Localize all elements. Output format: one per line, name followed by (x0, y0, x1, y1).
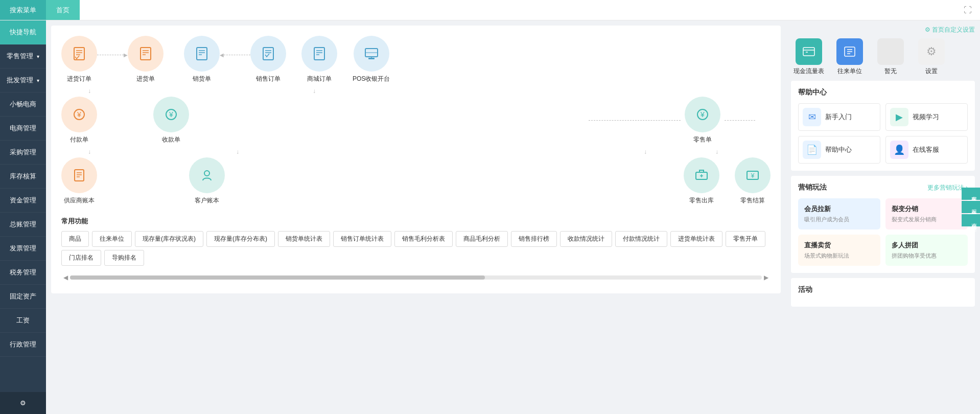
retail-out-label: 零售出库 (689, 196, 714, 205)
live-sub: 场景式购物新玩法 (804, 252, 874, 260)
receipt-icon[interactable]: ¥ (153, 97, 189, 132)
marketing-item-fission[interactable]: 裂变分销 裂变式发展分销商 (885, 198, 968, 229)
purchase-bill-label: 进货单 (136, 75, 155, 83)
sidebar-item-fixed-assets[interactable]: 固定资产 (0, 285, 46, 309)
customer-account-label: 客户账本 (195, 196, 219, 205)
func-btn-goods-profit[interactable]: 商品毛利分析 (456, 231, 508, 247)
online-service-icon: 👤 (890, 141, 908, 159)
sales-order-label: 销售订单 (256, 75, 281, 83)
func-btn-receipt-stat[interactable]: 收款情况统计 (560, 231, 612, 247)
func-btn-inventory-status[interactable]: 现存量(库存状况表) (135, 231, 203, 247)
func-btn-sales-stat[interactable]: 销货单统计表 (278, 231, 330, 247)
func-btn-inventory-dist[interactable]: 现存量(库存分布表) (206, 231, 275, 247)
marketing-item-live[interactable]: 直播卖货 场景式购物新玩法 (798, 235, 880, 266)
sidebar-item-quick-nav[interactable]: 快捷导航 (0, 20, 46, 44)
beginner-icon: ✉ (803, 108, 821, 126)
quick-icon-none[interactable]: 暂无 (873, 38, 908, 76)
main-panel: 进货订单 ▶ 进货单 (46, 20, 786, 414)
func-btn-sales-order-stat[interactable]: 销售订单统计表 (333, 231, 391, 247)
sidebar-item-finance[interactable]: 资金管理 (0, 189, 46, 213)
purchase-bill-icon[interactable] (128, 36, 164, 72)
scroll-right-button[interactable]: ▶ (762, 274, 771, 281)
fullscreen-icon[interactable]: ⛶ (964, 6, 972, 14)
func-btn-store-rank[interactable]: 门店排名 (61, 250, 101, 266)
right-float-panel: 客服热线 服务社区 桌面快捷 (962, 188, 980, 226)
marketing-item-group[interactable]: 多人拼团 拼团购物享受优惠 (885, 235, 968, 266)
func-btn-sales-rank[interactable]: 销售排行榜 (511, 231, 557, 247)
mall-order-icon[interactable] (301, 36, 337, 72)
supplier-account-icon[interactable] (61, 157, 97, 193)
sidebar-item-wholesale[interactable]: 批发管理 ▾ (0, 68, 46, 93)
func-btn-guide-rank[interactable]: 导购排名 (104, 250, 144, 266)
svg-rect-29 (75, 170, 84, 181)
customer-account-icon[interactable] (189, 157, 225, 193)
cashflow-label: 现金流量表 (794, 67, 824, 76)
help-item-helpcenter[interactable]: 📄 帮助中心 (798, 136, 880, 164)
flow-node-purchase-bill: 进货单 (128, 36, 164, 83)
purchase-order-icon[interactable] (61, 36, 97, 72)
sales-order-icon[interactable] (250, 36, 286, 72)
flow-node-pos: POS收银开台 (353, 36, 390, 83)
none-icon-box (877, 38, 904, 65)
retail-order-icon[interactable]: ¥ (685, 97, 720, 132)
settings-label: 设置 (925, 67, 938, 76)
float-btn-desktop[interactable]: 桌面快捷 (962, 214, 980, 226)
chevron-down-icon: ▾ (37, 54, 39, 59)
sidebar-item-purchase[interactable]: 采购管理 (0, 141, 46, 165)
sidebar-item-payroll[interactable]: 工资 (0, 309, 46, 333)
svg-rect-8 (197, 48, 207, 60)
marketing-card: 营销玩法 更多营销玩法 › 会员拉新 吸引用户成为会员 裂变分销 裂变式发展分销… (791, 176, 975, 273)
sidebar-item-label: 税务管理 (10, 268, 36, 276)
float-btn-service[interactable]: 客服热线 (962, 188, 980, 200)
scroll-left-button[interactable]: ◀ (61, 274, 70, 281)
retail-out-icon[interactable] (684, 157, 719, 193)
sidebar-item-label: 发票管理 (10, 244, 36, 252)
sidebar-item-retail[interactable]: 零售管理 ▾ (0, 44, 46, 68)
main-layout: 快捷导航 零售管理 ▾ 批发管理 ▾ 小畅电商 电商管理 采购管理 库存核算 资… (0, 20, 980, 414)
home-tab[interactable]: 首页 (46, 0, 80, 20)
svg-point-33 (204, 171, 209, 176)
help-item-beginner[interactable]: ✉ 新手入门 (798, 103, 880, 131)
settings-icon-box: ⚙ (918, 38, 945, 65)
sidebar-item-general-ledger[interactable]: 总账管理 (0, 213, 46, 237)
help-item-online-service[interactable]: 👤 在线客服 (885, 136, 968, 164)
func-grid: 商品 往来单位 现存量(库存状况表) 现存量(库存分布表) 销货单统计表 销售订… (61, 231, 771, 266)
pos-icon[interactable] (354, 36, 389, 72)
content-area: 进货订单 ▶ 进货单 (46, 20, 980, 414)
common-functions: 常用功能 商品 往来单位 现存量(库存状况表) 现存量(库存分布表) 销货单统计… (61, 217, 771, 266)
sidebar-item-ecom-small[interactable]: 小畅电商 (0, 93, 46, 117)
sidebar-settings-button[interactable]: ⚙ (0, 392, 46, 414)
retail-settle-icon[interactable]: ¥ (735, 157, 771, 193)
func-btn-retail-order[interactable]: 零售开单 (726, 231, 765, 247)
fission-title: 裂变分销 (892, 204, 962, 214)
payment-icon[interactable]: ¥ (61, 97, 97, 132)
float-btn-community[interactable]: 服务社区 (962, 201, 980, 213)
quick-icon-cashflow[interactable]: 现金流量表 (791, 38, 827, 76)
help-grid: ✉ 新手入门 ▶ 视频学习 📄 帮助中心 👤 在线客服 (798, 103, 968, 164)
quick-icon-contacts[interactable]: 往来单位 (832, 38, 868, 76)
sidebar-item-ecom-mgmt[interactable]: 电商管理 (0, 117, 46, 141)
func-btn-payment-stat[interactable]: 付款情况统计 (615, 231, 667, 247)
sidebar-item-inventory[interactable]: 库存核算 (0, 165, 46, 189)
func-btn-purchase-stat[interactable]: 进货单统计表 (670, 231, 722, 247)
svg-text:¥: ¥ (751, 172, 755, 179)
help-card: 帮助中心 ✉ 新手入门 ▶ 视频学习 📄 帮助中心 👤 (791, 81, 975, 171)
marketing-grid: 会员拉新 吸引用户成为会员 裂变分销 裂变式发展分销商 直播卖货 场景式购物新玩… (798, 198, 968, 266)
sidebar-item-admin[interactable]: 行政管理 (0, 333, 46, 357)
quick-icon-settings[interactable]: ⚙ 设置 (914, 38, 949, 76)
sidebar-item-invoice[interactable]: 发票管理 (0, 237, 46, 261)
quick-nav-card: 进货订单 ▶ 进货单 (51, 26, 781, 293)
scroll-bar-wrap: ◀ ▶ (61, 272, 771, 283)
func-btn-sales-profit[interactable]: 销售毛利分析表 (394, 231, 453, 247)
scroll-bar[interactable] (70, 275, 762, 280)
func-btn-contacts[interactable]: 往来单位 (92, 231, 132, 247)
func-btn-goods[interactable]: 商品 (61, 231, 89, 247)
flow-chart: 进货订单 ▶ 进货单 (61, 36, 771, 209)
customize-settings-link[interactable]: ⚙ 首页自定义设置 (791, 26, 975, 34)
quick-icons-row: 现金流量表 往来单位 暂无 ⚙ 设置 (791, 38, 975, 76)
sales-bill-icon[interactable] (184, 36, 220, 72)
help-item-video[interactable]: ▶ 视频学习 (885, 103, 968, 131)
sidebar-item-tax[interactable]: 税务管理 (0, 261, 46, 285)
search-menu-button[interactable]: 搜索菜单 (0, 0, 46, 20)
marketing-item-member[interactable]: 会员拉新 吸引用户成为会员 (798, 198, 880, 229)
